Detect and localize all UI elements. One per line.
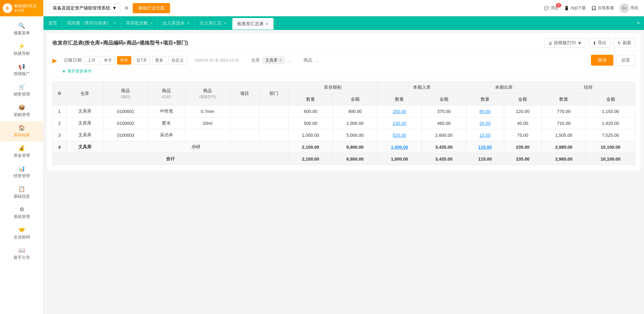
- online-service-btn[interactable]: 🎧 在线客服: [591, 5, 614, 11]
- date-btn-custom[interactable]: 自定义: [168, 56, 187, 65]
- tab-close-summary[interactable]: ×: [224, 20, 227, 26]
- message-btn[interactable]: 💬 消息 6: [544, 5, 559, 11]
- row-product-code: 0100001: [103, 105, 148, 117]
- product-spec-col-header: 商品(规格型号): [185, 82, 230, 105]
- tab-home[interactable]: 首页: [44, 17, 62, 29]
- user-btn[interactable]: Ea 用友: [620, 3, 639, 13]
- project-col-header: 项目: [230, 82, 259, 105]
- in-qty-link[interactable]: 230.00: [393, 121, 406, 126]
- date-btn-this-month[interactable]: 本月: [101, 56, 115, 65]
- row-out-amt: 120.00: [504, 105, 542, 117]
- sidebar-item-operations[interactable]: 📊 经营管理: [0, 162, 43, 182]
- date-btn-more[interactable]: 更多: [152, 56, 166, 65]
- quick-icon: ⚡: [18, 43, 25, 49]
- subtotal-opening-amt: 6,900.00: [333, 141, 377, 153]
- warehouse-more[interactable]: ...: [287, 57, 292, 63]
- warehouse-col-header: 仓库: [66, 82, 103, 105]
- date-label: 记账日期: [64, 57, 82, 63]
- tab-recv-send[interactable]: 收发存汇总表 ×: [232, 18, 274, 30]
- product-more[interactable]: ...: [315, 57, 319, 63]
- sidebar-header: 6 畅捷通好生意 标准版: [0, 0, 43, 16]
- tab-close-flow[interactable]: ×: [187, 20, 189, 26]
- sidebar-item-guide[interactable]: 📖 新手引导: [0, 244, 43, 264]
- collapse-arrow[interactable]: ▶: [52, 57, 57, 64]
- subtotal-out-amt: 235.00: [504, 141, 542, 153]
- system-selector[interactable]: 装备及固定资产辅助管理系统 ▼: [49, 3, 120, 13]
- out-qty-link[interactable]: 20.00: [479, 121, 491, 126]
- data-table: ⚙ 仓库 商品(编码) 商品(名称) 商品(规格型号) 项目 部门 库存期初 本…: [52, 81, 635, 165]
- sidebar-item-purchase[interactable]: 📦 采购管理: [0, 101, 43, 121]
- row-project: [230, 129, 259, 141]
- sidebar-item-search[interactable]: 🔍 搜索菜单: [0, 19, 43, 39]
- row-balance-qty: 710.00: [542, 117, 586, 129]
- main-content: 装备及固定资产辅助管理系统 ▼ ⚙ 体验行业方案 💬 消息 6 📱 App下载 …: [44, 0, 644, 314]
- warehouse-filter-section: 仓库 文具库 × ...: [251, 56, 291, 64]
- sidebar-item-marketing[interactable]: 📢 营销推广: [0, 60, 43, 80]
- trial-btn[interactable]: 体验行业方案: [133, 3, 170, 13]
- warehouse-label: 仓库: [251, 57, 260, 63]
- export-btn[interactable]: ⬇ 导出: [589, 38, 610, 48]
- topbar: 装备及固定资产辅助管理系统 ▼ ⚙ 体验行业方案 💬 消息 6 📱 App下载 …: [44, 0, 644, 16]
- subtotal-out-qty-link[interactable]: 115.00: [478, 145, 492, 150]
- out-qty-link[interactable]: 15.00: [479, 133, 491, 138]
- sidebar-item-inventory[interactable]: 🏠 库存核算: [0, 121, 43, 142]
- row-product-spec: 0.7mm: [185, 105, 230, 117]
- in-qty-link[interactable]: 250.00: [393, 109, 406, 114]
- warehouse-tag-close[interactable]: ×: [279, 57, 282, 63]
- out-qty-header: 数量: [466, 94, 504, 105]
- query-actions: 查询 设置: [591, 55, 635, 66]
- tab-flow[interactable]: 出入库流水 ×: [158, 17, 195, 29]
- total-out-amt: 235.00: [504, 153, 542, 165]
- expand-btn[interactable]: ▼ 展开更多条件: [62, 68, 635, 74]
- date-filter-section: 记账日期 上月 本月 本年 近7天 更多 自定义: [64, 56, 187, 65]
- headset-icon: 🎧: [591, 6, 596, 11]
- subtotal-in-qty-link[interactable]: 1,000.00: [391, 145, 408, 150]
- tab-stock-dist[interactable]: 现存量（库存分布表） ×: [62, 17, 121, 29]
- row-balance-amt: 1,420.00: [586, 117, 635, 129]
- tab-close-recv-send[interactable]: ×: [266, 21, 268, 27]
- out-qty-link[interactable]: 80.00: [479, 109, 491, 114]
- tab-batch[interactable]: 库存批次账 ×: [121, 17, 158, 29]
- date-btn-last-month[interactable]: 上月: [84, 56, 99, 65]
- gear-btn[interactable]: ⚙: [125, 5, 129, 11]
- sidebar-item-sales[interactable]: 🛒 销售管理: [0, 80, 43, 101]
- refresh-btn[interactable]: ↻ 刷新: [614, 38, 635, 48]
- query-btn[interactable]: 查询: [591, 55, 613, 66]
- print-btn[interactable]: 🖨 按模板打印 ▼: [544, 38, 585, 48]
- tabs-close-all[interactable]: ×: [633, 17, 644, 29]
- balance-amt-header: 金额: [586, 94, 635, 105]
- page-title: 收发存汇总表(按仓库+商品编码+商品+规格型号+项目+部门): [52, 40, 188, 46]
- message-icon: 💬: [544, 6, 549, 11]
- row-product-name: 采访本: [148, 129, 185, 141]
- sidebar-item-basic[interactable]: 📋 基础信息: [0, 182, 43, 203]
- total-opening-amt: 6,900.00: [333, 153, 377, 165]
- opening-qty-header: 数量: [288, 94, 333, 105]
- department-col-header: 部门: [259, 82, 288, 105]
- table-settings-icon[interactable]: ⚙: [57, 91, 62, 96]
- total-in-qty: 1,000.00: [377, 153, 422, 165]
- tab-close-stock-dist[interactable]: ×: [113, 20, 116, 26]
- sidebar-item-collab[interactable]: 🤝 企业协同: [0, 223, 43, 244]
- sidebar-brand: 畅捷通好生意 标准版: [14, 3, 37, 13]
- row-opening-amt: 5,000.00: [333, 129, 377, 141]
- topbar-actions: 💬 消息 6 📱 App下载 🎧 在线客服 Ea 用友: [544, 3, 639, 13]
- app-download-btn[interactable]: 📱 App下载: [564, 5, 586, 11]
- date-btn-7days[interactable]: 近7天: [133, 56, 150, 65]
- sidebar-item-finance[interactable]: 💰 资金管理: [0, 142, 43, 162]
- basic-icon: 📋: [18, 186, 25, 192]
- row-out-qty: 20.00: [466, 117, 504, 129]
- tab-close-batch[interactable]: ×: [150, 20, 153, 26]
- sidebar-item-quick[interactable]: ⚡ 快捷导航: [0, 39, 43, 60]
- tab-summary[interactable]: 出入库汇总 ×: [195, 17, 232, 29]
- settings-filter-btn[interactable]: 设置: [616, 55, 635, 66]
- in-header: 本期入库: [377, 82, 466, 94]
- in-qty-link[interactable]: 520.00: [393, 133, 406, 138]
- subtotal-no: 4: [53, 141, 66, 153]
- refresh-icon: ↻: [617, 40, 621, 46]
- product-label: 商品: [303, 57, 312, 63]
- sidebar-item-system[interactable]: ⚙ 系统管理: [0, 203, 43, 223]
- sidebar-nav: 🔍 搜索菜单 ⚡ 快捷导航 📢 营销推广 🛒 销售管理 📦 采购管理 🏠 库存核…: [0, 16, 43, 314]
- row-product-name: 胶水: [148, 117, 185, 129]
- date-btn-this-year[interactable]: 本年: [117, 56, 131, 65]
- subtotal-row: 4 文具库 小计 2,100.00 6,900.00 1,000.00 3,43…: [53, 141, 635, 153]
